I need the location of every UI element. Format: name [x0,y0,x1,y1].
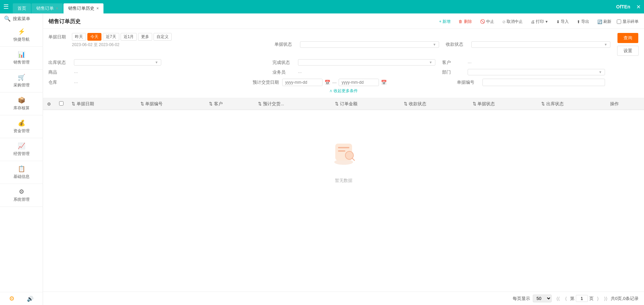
th-customer[interactable]: ⇅ 客户 [205,98,254,110]
sidebar-icon: 💰 [18,119,25,127]
date-range-display: 2023-06-02 至 2023-06-02 [48,42,119,48]
sidebar-item-资金管理[interactable]: 💰资金管理 [0,115,43,138]
product-label: 商品 [48,69,72,75]
collapse-filter[interactable]: ∧ 收起更多条件 [48,88,639,94]
date-btn-today[interactable]: 今天 [87,33,101,41]
sidebar-item-快捷导航[interactable]: ⚡快捷导航 [0,24,43,47]
content-area: 销售订单历史 + 新增 🗑 删除 🚫 中止 ⊘ 取消中止 🖨 打印 ▼ ⬇ 导入 [43,13,644,305]
search-menu[interactable]: 🔍 搜索菜单 [0,13,43,24]
sidebar-item-库存核算[interactable]: 📦库存核算 [0,92,43,115]
out-status-select[interactable]: ▼ [74,59,161,66]
th-order-amount[interactable]: ⇅ 订单金额 [331,98,400,110]
bill-no-input[interactable] [482,79,605,86]
sidebar-icon: 🛒 [18,74,25,81]
close-window-icon[interactable]: ✕ [636,4,641,10]
delivery-date-to[interactable] [339,79,379,86]
per-page-select[interactable]: 50 100 200 [533,295,552,302]
dept-select[interactable]: ▼ [468,69,605,75]
filter-area: 单据日期 昨天 今天 近7天 近1月 更多 自定义 2023-06-02 至 [43,29,644,98]
brand-text: OfTEn [616,4,630,9]
tab-销售订单[interactable]: 销售订单× [32,3,63,13]
th-payment-status[interactable]: ⇅ 收款状态 [400,98,469,110]
product-more[interactable]: ··· [74,70,78,75]
complete-status-arrow: ▼ [429,61,432,64]
th-bill-date[interactable]: ⇅ 单据日期 [68,98,136,110]
th-delivery-date[interactable]: ⇅ 预计交货... [254,98,331,110]
display-checkbox[interactable] [617,20,621,24]
query-button[interactable]: 查询 [617,33,638,43]
sidebar-item-基础信息[interactable]: 📋基础信息 [0,161,43,184]
th-bill-status[interactable]: ⇅ 单据状态 [469,98,538,110]
complete-status-select[interactable]: ▼ [298,59,435,66]
salesman-more[interactable]: ··· [298,70,302,75]
new-button[interactable]: + 新增 [436,17,453,26]
delivery-date-from[interactable] [282,79,323,86]
th-bill-no[interactable]: ⇅ 单据编号 [136,98,205,110]
import-icon: ⬇ [556,20,560,24]
tab-首页[interactable]: 首页 [13,3,31,13]
search-menu-icon[interactable]: ☰ [3,3,9,10]
date-btn-more[interactable]: 更多 [138,33,152,41]
out-status-label: 出库状态 [48,60,72,66]
prev-page-btn[interactable]: ⟨ [563,295,569,302]
calendar-from-icon[interactable]: 📅 [325,80,330,85]
date-btn-7days[interactable]: 近7天 [103,33,119,41]
first-page-btn[interactable]: ⟨⟨ [554,295,562,302]
calendar-to-icon[interactable]: 📅 [381,80,387,85]
customer-more[interactable]: ··· [468,60,472,65]
sidebar: 🔍 搜索菜单 ⚡快捷导航📊销售管理🛒采购管理📦库存核算💰资金管理📈经营管理📋基础… [0,13,43,305]
empty-state: 暂无数据 [43,110,644,211]
print-button[interactable]: 🖨 打印 ▼ [528,17,551,26]
cancel-stop-button[interactable]: ⊘ 取消中止 [500,17,525,26]
th-checkbox[interactable] [55,98,68,110]
svg-line-5 [352,158,354,160]
next-page-btn[interactable]: ⟩ [595,295,601,302]
bill-status-label: 单据状态 [274,41,298,47]
sidebar-item-label: 采购管理 [13,82,30,88]
sidebar-icon: 📊 [18,51,25,58]
page-title: 销售订单历史 [48,18,81,25]
date-buttons: 昨天 今天 近7天 近1月 更多 自定义 [72,33,172,41]
cancel-stop-icon: ⊘ [502,20,506,24]
payment-status-select[interactable]: ▼ [471,41,610,48]
last-page-btn[interactable]: ⟩⟩ [602,295,609,302]
refresh-button[interactable]: 🔄 刷新 [595,17,614,26]
import-button[interactable]: ⬇ 导入 [554,17,571,26]
tab-close-icon[interactable]: × [96,6,99,11]
th-settings[interactable]: ⚙ [43,98,55,110]
display-label: 显示碎单 [622,19,639,25]
bill-status-arrow: ▼ [433,43,436,46]
set-button[interactable]: 设置 [617,46,639,56]
date-btn-custom[interactable]: 自定义 [154,33,172,41]
svg-rect-2 [338,147,349,148]
print-arrow-icon: ▼ [545,20,548,24]
volume-icon[interactable]: 🔊 [27,296,34,302]
tab-close-icon[interactable]: × [56,6,58,11]
export-button[interactable]: ⬆ 导出 [574,17,592,26]
bill-status-select[interactable]: ▼ [300,41,439,48]
sidebar-item-销售管理[interactable]: 📊销售管理 [0,47,43,70]
date-btn-yesterday[interactable]: 昨天 [72,33,86,41]
stop-button[interactable]: 🚫 中止 [477,17,497,26]
bill-no-label: 单据编号 [457,79,480,85]
settings-icon[interactable]: ⚙ [47,102,51,107]
page-number-input[interactable] [576,295,588,302]
dept-label: 部门 [442,69,466,75]
empty-icon [329,137,359,174]
total-text: 共0页,0条记录 [611,296,639,302]
sidebar-bottom: ⚙ 🔊 [0,292,43,305]
sidebar-item-经营管理[interactable]: 📈经营管理 [0,138,43,161]
settings-bottom-icon[interactable]: ⚙ [9,295,14,302]
sidebar-item-系统管理[interactable]: ⚙系统管理 [0,184,43,207]
sidebar-item-采购管理[interactable]: 🛒采购管理 [0,70,43,92]
page-header: 销售订单历史 + 新增 🗑 删除 🚫 中止 ⊘ 取消中止 🖨 打印 ▼ ⬇ 导入 [43,13,644,29]
date-btn-1month[interactable]: 近1月 [121,33,137,41]
th-out-status[interactable]: ⇅ 出库状态 [537,98,606,110]
delete-button[interactable]: 🗑 删除 [456,17,474,26]
tab-销售订单历史[interactable]: 销售订单历史× [63,3,103,13]
sidebar-item-label: 基础信息 [13,174,30,180]
sidebar-items: ⚡快捷导航📊销售管理🛒采购管理📦库存核算💰资金管理📈经营管理📋基础信息⚙系统管理 [0,24,43,207]
select-all-checkbox[interactable] [59,101,63,106]
sidebar-icon: 📦 [18,97,25,104]
warehouse-more[interactable]: ··· [74,80,78,85]
